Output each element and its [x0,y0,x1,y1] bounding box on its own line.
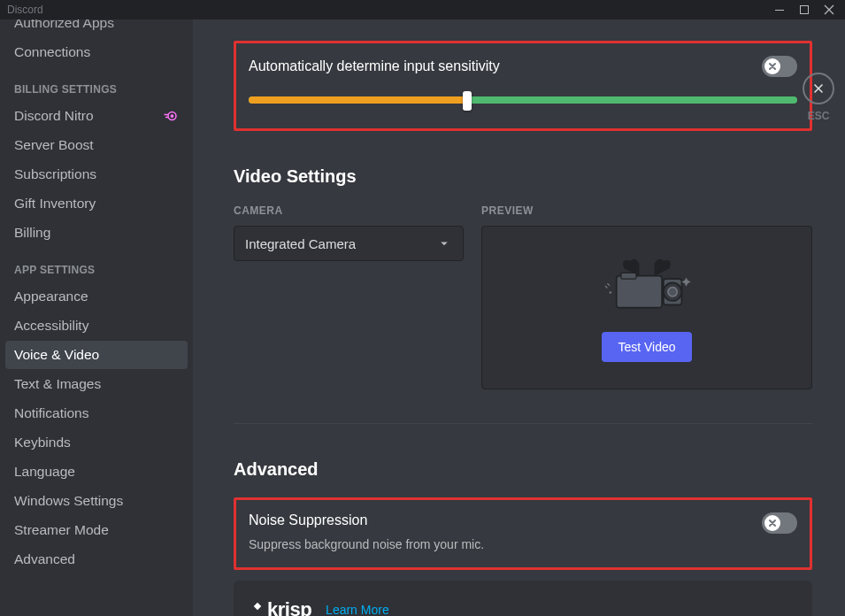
sidebar-item-text-images[interactable]: Text & Images [5,370,188,398]
sidebar-item-label: Connections [14,44,90,60]
sidebar-item-discord-nitro[interactable]: Discord Nitro [5,102,188,130]
sidebar-item-connections[interactable]: Connections [5,38,188,66]
noise-suppression-toggle[interactable] [762,512,797,534]
auto-sensitivity-label: Automatically determine input sensitivit… [249,58,500,74]
krisp-logo: krisp [255,598,311,616]
sidebar-item-windows-settings[interactable]: Windows Settings [5,487,188,515]
sidebar-item-label: Discord Nitro [14,108,94,124]
svg-rect-4 [617,275,662,307]
sidebar-item-voice-video[interactable]: Voice & Video [5,341,188,369]
sidebar-item-label: Advanced [14,551,75,567]
svg-point-9 [610,291,612,294]
sidebar-item-label: Billing [14,225,50,241]
settings-sidebar: Authorized Apps Connections BILLING SETT… [0,19,193,616]
input-sensitivity-section: Automatically determine input sensitivit… [234,41,812,131]
sidebar-item-advanced[interactable]: Advanced [5,545,188,574]
noise-suppression-label: Noise Suppression [249,512,762,528]
sidebar-item-gift-inventory[interactable]: Gift Inventory [5,189,188,218]
auto-sensitivity-toggle[interactable] [762,56,797,77]
video-settings-heading: Video Settings [234,166,812,187]
svg-point-7 [668,287,677,296]
minimize-button[interactable] [767,0,792,19]
sidebar-item-label: Keybinds [14,435,71,450]
sidebar-header-billing: BILLING SETTINGS [5,67,188,101]
camera-placeholder-icon [594,254,700,316]
slider-thumb[interactable] [463,91,472,111]
sidebar-item-streamer-mode[interactable]: Streamer Mode [5,516,188,544]
sidebar-item-label: Gift Inventory [14,196,96,212]
sidebar-item-keybinds[interactable]: Keybinds [5,428,188,457]
sidebar-item-label: Appearance [14,289,88,304]
chevron-down-icon [436,235,452,251]
nitro-badge-icon [163,110,179,122]
sidebar-item-label: Notifications [14,405,88,421]
advanced-heading: Advanced [234,459,812,480]
video-preview: Test Video [481,226,812,389]
sidebar-item-label: Windows Settings [14,493,123,509]
camera-select-value: Integrated Camera [245,236,356,251]
krisp-learn-more-link[interactable]: Learn More [326,603,389,616]
sidebar-item-accessibility[interactable]: Accessibility [5,312,188,340]
svg-point-3 [171,114,174,118]
krisp-logo-icon [254,603,261,610]
sidebar-item-authorized-apps[interactable]: Authorized Apps [5,19,188,37]
sidebar-item-label: Voice & Video [14,347,99,363]
sidebar-item-label: Language [14,464,75,480]
sidebar-item-label: Subscriptions [14,166,96,182]
window-titlebar: Discord [0,0,845,19]
sidebar-item-subscriptions[interactable]: Subscriptions [5,160,188,189]
sidebar-item-label: Streamer Mode [14,522,109,538]
toggle-knob-icon [764,58,780,74]
noise-suppression-desc: Suppress background noise from your mic. [249,537,762,551]
svg-rect-0 [775,10,784,11]
maximize-button[interactable] [792,0,817,19]
sidebar-item-server-boost[interactable]: Server Boost [5,131,188,159]
krisp-logo-text: krisp [267,598,311,616]
svg-rect-1 [801,6,809,14]
sidebar-item-billing[interactable]: Billing [5,219,188,247]
window-controls [767,0,841,19]
sidebar-item-appearance[interactable]: Appearance [5,282,188,311]
krisp-promo: krisp Learn More [234,581,812,616]
close-button[interactable] [817,0,841,19]
camera-field-label: CAMERA [234,204,464,217]
close-settings: ESC [792,73,845,122]
sensitivity-slider[interactable] [249,96,797,104]
sidebar-item-label: Accessibility [14,318,88,334]
esc-label: ESC [792,110,845,122]
toggle-knob-icon [764,515,780,531]
slider-fill [249,96,468,104]
test-video-button[interactable]: Test Video [602,332,691,362]
app-title: Discord [7,4,43,16]
sidebar-item-language[interactable]: Language [5,458,188,486]
settings-content: ESC Automatically determine input sensit… [193,19,845,616]
camera-select[interactable]: Integrated Camera [234,226,464,261]
sidebar-item-label: Authorized Apps [14,19,114,31]
close-settings-button[interactable] [803,73,834,104]
sidebar-item-label: Server Boost [14,137,94,153]
section-divider [234,423,812,424]
noise-suppression-section: Noise Suppression Suppress background no… [234,497,812,570]
sidebar-header-app: APP SETTINGS [5,248,188,281]
svg-rect-8 [621,273,636,279]
sidebar-item-label: Text & Images [14,376,101,392]
sidebar-item-notifications[interactable]: Notifications [5,399,188,427]
preview-field-label: PREVIEW [481,204,812,217]
